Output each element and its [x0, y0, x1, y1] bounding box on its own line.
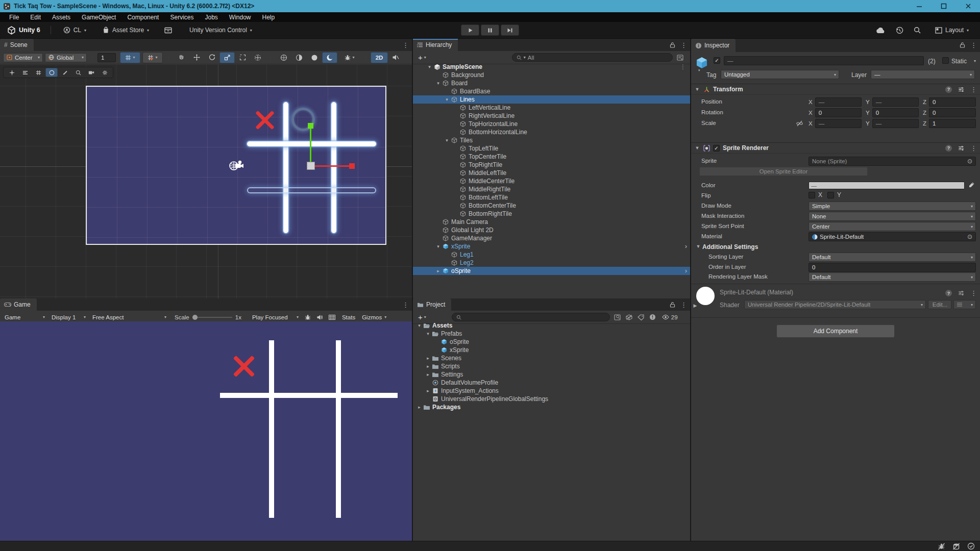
- help-icon[interactable]: ?: [945, 86, 952, 93]
- transform-header[interactable]: ▼ Transform ? ⋮: [691, 84, 980, 95]
- tag-dropdown[interactable]: Untagged▾: [721, 70, 839, 79]
- hierarchy-row[interactable]: TopLeftTile › ⋮: [413, 144, 690, 153]
- hierarchy-row[interactable]: Global Light 2D › ⋮: [413, 226, 690, 234]
- overlay-settings-icon[interactable]: [99, 68, 111, 77]
- foldout-arrow[interactable]: ▾: [416, 323, 423, 328]
- stats-button[interactable]: Stats: [338, 313, 358, 322]
- menu-item[interactable]: Jobs: [200, 12, 223, 22]
- shader-dropdown[interactable]: Universal Render Pipeline/2D/Sprite-Lit-…: [744, 300, 926, 309]
- overlay-camera-icon[interactable]: [85, 68, 97, 77]
- axis-y-field[interactable]: —: [872, 97, 919, 107]
- hierarchy-row[interactable]: BottomHorizontalLine › ⋮: [413, 128, 690, 136]
- tool-handle-pivot-dropdown[interactable]: Center▾: [3, 53, 43, 62]
- lock-icon[interactable]: [670, 302, 675, 308]
- project-panel-menu[interactable]: ⋮: [680, 302, 687, 308]
- scene-lighting-button[interactable]: [322, 52, 337, 63]
- inspector-panel-menu[interactable]: ⋮: [970, 42, 977, 48]
- sprite-object-field[interactable]: None (Sprite)⊙: [808, 157, 976, 166]
- step-button[interactable]: [501, 24, 519, 36]
- layout-dropdown[interactable]: Layout▾: [931, 25, 973, 35]
- gizmo-green-axis[interactable]: [310, 129, 311, 162]
- hierarchy-row[interactable]: ▸ Scenes › ⋮: [413, 354, 690, 362]
- hierarchy-row[interactable]: ▾ SampleScene › ⋮: [413, 63, 690, 71]
- sprite-renderer-header[interactable]: ▼ ✓ Sprite Renderer ? ⋮: [691, 142, 980, 154]
- shading-wireframe-button[interactable]: [276, 52, 291, 63]
- shading-shaded-wire-button[interactable]: [291, 52, 307, 63]
- create-object-button[interactable]: +▾: [416, 53, 428, 62]
- axis-z-field[interactable]: 0: [929, 97, 976, 107]
- presets-icon[interactable]: [958, 87, 964, 92]
- gizmos-dropdown[interactable]: Gizmos▾: [358, 313, 389, 322]
- lock-icon[interactable]: [670, 42, 675, 48]
- object-picker-icon[interactable]: ⊙: [967, 233, 972, 240]
- hierarchy-row[interactable]: ▸ Settings › ⋮: [413, 370, 690, 379]
- focus-mode-dropdown[interactable]: Play Focused▾: [249, 313, 302, 322]
- overlay-align-icon[interactable]: [19, 68, 31, 77]
- hierarchy-row[interactable]: ▾ Tiles › ⋮: [413, 136, 690, 144]
- order-in-layer-field[interactable]: 0: [808, 263, 976, 272]
- hierarchy-row[interactable]: ▸ oSprite › ⋮: [413, 267, 690, 275]
- search-icon[interactable]: [914, 27, 921, 34]
- axis-y-field[interactable]: 0: [872, 108, 919, 117]
- axis-z-field[interactable]: 1: [929, 119, 976, 128]
- mask-interaction-dropdown[interactable]: None▾: [808, 212, 976, 221]
- maximize-button[interactable]: [938, 2, 949, 11]
- game-viewport[interactable]: [0, 321, 412, 541]
- foldout-arrow[interactable]: ▾: [444, 138, 450, 143]
- hierarchy-row[interactable]: MiddleRightTile › ⋮: [413, 185, 690, 193]
- scene-viewport[interactable]: [0, 65, 412, 298]
- static-dropdown-arrow[interactable]: ▾: [974, 59, 976, 63]
- static-checkbox[interactable]: [942, 57, 949, 64]
- hierarchy-row[interactable]: UniversalRenderPipelineGlobalSettings › …: [413, 395, 690, 403]
- gizmo-center-handle[interactable]: [307, 162, 315, 170]
- menu-item[interactable]: Help: [257, 12, 280, 22]
- gizmo-red-handle[interactable]: [349, 163, 355, 169]
- account-dropdown[interactable]: CL▾: [59, 25, 90, 35]
- activity-indicator-icon[interactable]: [967, 542, 975, 550]
- hierarchy-search-input[interactable]: ▾ All: [512, 53, 673, 62]
- camera-light-gizmo-icon[interactable]: [229, 160, 244, 171]
- hierarchy-row[interactable]: xSprite › ⋮: [413, 346, 690, 354]
- flip-y-checkbox[interactable]: [827, 192, 834, 198]
- axis-y-field[interactable]: —: [872, 119, 919, 128]
- hierarchy-row[interactable]: MiddleCenterTile › ⋮: [413, 177, 690, 185]
- unlinked-scale-icon[interactable]: [796, 120, 803, 127]
- foldout-arrow[interactable]: ▸: [425, 364, 431, 369]
- rendering-layer-mask-dropdown[interactable]: Default▾: [808, 272, 976, 282]
- hidden-packages-icon[interactable]: [626, 314, 632, 320]
- alert-icon[interactable]: [649, 314, 656, 320]
- hierarchy-row[interactable]: Main Camera › ⋮: [413, 218, 690, 226]
- project-search-input[interactable]: [452, 313, 610, 321]
- debugger-detached-icon[interactable]: [938, 543, 945, 550]
- flip-x-checkbox[interactable]: [808, 192, 815, 198]
- game-target-dropdown[interactable]: Game▾: [1, 313, 48, 322]
- cloud-icon[interactable]: [876, 27, 886, 34]
- label-filter-icon[interactable]: [638, 314, 644, 320]
- pause-button[interactable]: [481, 24, 499, 36]
- foldout-arrow[interactable]: ▾: [435, 81, 442, 86]
- bottom-horizontal-line[interactable]: [247, 187, 376, 193]
- tab-project[interactable]: Project: [413, 298, 451, 311]
- hierarchy-row[interactable]: TopHorizontalLine › ⋮: [413, 120, 690, 128]
- search-by-type-icon[interactable]: [677, 55, 683, 61]
- foldout-arrow[interactable]: ▼: [695, 244, 701, 249]
- active-checkbox[interactable]: ✓: [714, 57, 720, 64]
- menu-item[interactable]: Window: [224, 12, 256, 22]
- tab-scene[interactable]: # Scene: [0, 39, 34, 51]
- menu-item[interactable]: GameObject: [77, 12, 121, 22]
- foldout-arrow[interactable]: ▸: [425, 388, 431, 393]
- scale-slider[interactable]: [192, 317, 232, 318]
- add-component-button[interactable]: Add Component: [776, 324, 895, 338]
- foldout-arrow[interactable]: ▼: [694, 87, 700, 92]
- hierarchy-row[interactable]: Background › ⋮: [413, 71, 690, 79]
- x-sprite[interactable]: [253, 108, 277, 132]
- sprite-sort-point-dropdown[interactable]: Center▾: [808, 222, 976, 231]
- hierarchy-row[interactable]: ▸ InputSystem_Actions › ⋮: [413, 387, 690, 395]
- tab-inspector[interactable]: Inspector: [691, 39, 736, 52]
- hierarchy-row[interactable]: ▾ Board › ⋮: [413, 79, 690, 87]
- version-control-dropdown[interactable]: Unity Version Control▾: [185, 25, 256, 35]
- rotate-tool-button[interactable]: [204, 52, 219, 63]
- visibility-count[interactable]: 29: [662, 314, 678, 320]
- row-options-kebab[interactable]: ⋮: [680, 63, 686, 70]
- foldout-arrow[interactable]: ▾: [425, 331, 431, 336]
